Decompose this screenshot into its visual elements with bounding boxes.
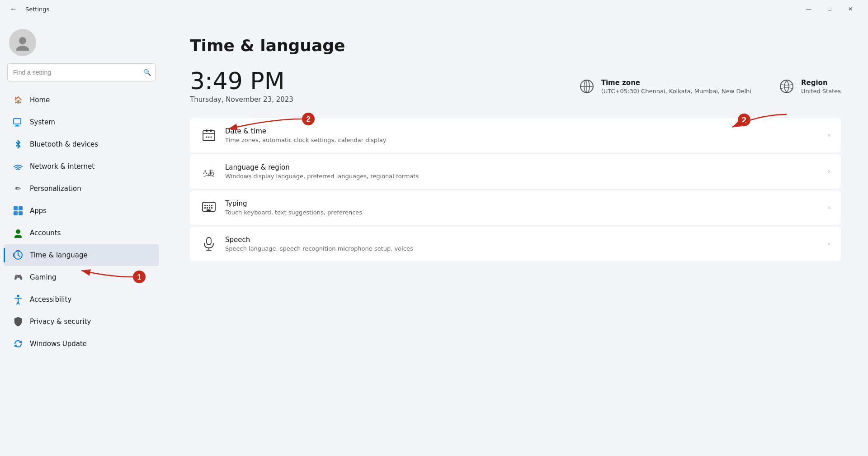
sidebar-item-label: Personalization [30, 185, 81, 193]
svg-point-10 [16, 229, 20, 234]
gaming-icon: 🎮 [13, 272, 24, 283]
personalization-icon: ✏️ [13, 183, 24, 194]
language-desc: Windows display language, preferred lang… [225, 173, 820, 180]
titlebar: ← Settings — □ ✕ [0, 0, 868, 18]
update-icon [13, 338, 24, 349]
svg-line-14 [18, 255, 20, 256]
region-text: Region United States [801, 79, 841, 95]
sidebar-item-label: Network & internet [30, 162, 94, 171]
svg-rect-33 [207, 205, 208, 206]
avatar [9, 29, 36, 56]
sidebar-item-label: Home [30, 96, 50, 104]
time-language-icon [13, 250, 24, 261]
timezone-value: (UTC+05:30) Chennai, Kolkata, Mumbai, Ne… [601, 88, 751, 95]
language-text: Language & region Windows display langua… [225, 163, 820, 180]
timezone-icon [579, 78, 595, 95]
search-input[interactable] [7, 63, 156, 81]
typing-icon [201, 200, 217, 216]
svg-point-27 [211, 137, 212, 138]
sidebar-item-personalization[interactable]: ✏️ Personalization [4, 178, 159, 200]
svg-point-11 [14, 235, 22, 238]
sidebar-item-system[interactable]: System [4, 111, 159, 133]
svg-rect-9 [19, 211, 23, 215]
sidebar-item-label: Gaming [30, 273, 57, 281]
svg-rect-32 [204, 205, 206, 206]
svg-rect-40 [207, 209, 211, 211]
svg-rect-34 [209, 205, 210, 206]
region-item: Region United States [778, 78, 841, 95]
sidebar-item-bluetooth[interactable]: Bluetooth & devices [4, 133, 159, 155]
nav-menu: 🏠 Home System B [0, 89, 163, 355]
sidebar-item-privacy[interactable]: Privacy & security [4, 311, 159, 332]
typing-text: Typing Touch keyboard, text suggestions,… [225, 200, 820, 216]
svg-rect-24 [210, 129, 212, 132]
svg-text:あ: あ [208, 169, 215, 176]
settings-item-language[interactable]: A あ Language & region Windows display la… [190, 154, 841, 189]
minimize-button[interactable]: — [798, 2, 819, 16]
region-value: United States [801, 88, 841, 95]
window-controls: — □ ✕ [798, 2, 861, 16]
sidebar-item-accessibility[interactable]: Accessibility [4, 289, 159, 310]
date-time-desc: Time zones, automatic clock settings, ca… [225, 137, 820, 143]
maximize-button[interactable]: □ [819, 2, 840, 16]
sidebar-item-time[interactable]: Time & language [4, 244, 159, 266]
profile-section [0, 18, 163, 63]
sidebar-item-accounts[interactable]: Accounts [4, 222, 159, 244]
sidebar-item-home[interactable]: 🏠 Home [4, 89, 159, 111]
svg-rect-35 [211, 205, 212, 206]
privacy-icon [13, 316, 24, 327]
annotation-2: 2 [738, 114, 750, 126]
svg-point-5 [18, 169, 19, 170]
current-time: 3:49 PM [190, 69, 293, 93]
bluetooth-icon [13, 139, 24, 150]
date-time-title: Date & time [225, 127, 820, 135]
svg-rect-39 [211, 207, 212, 209]
svg-text:A: A [203, 168, 208, 175]
svg-point-15 [17, 295, 19, 297]
close-button[interactable]: ✕ [840, 2, 861, 16]
svg-point-1 [16, 46, 29, 51]
sidebar-item-gaming[interactable]: 🎮 Gaming [4, 266, 159, 288]
svg-rect-38 [209, 207, 210, 209]
app-title: Settings [25, 6, 793, 13]
current-date: Thursday, November 23, 2023 [190, 95, 293, 104]
sidebar: 🔍 🏠 Home System [0, 18, 163, 456]
sidebar-item-label: Bluetooth & devices [30, 140, 98, 148]
back-button[interactable]: ← [7, 3, 20, 15]
sidebar-item-network[interactable]: Network & internet [4, 156, 159, 177]
sidebar-item-label: Accounts [30, 229, 61, 237]
sidebar-item-label: Apps [30, 207, 47, 215]
speech-text: Speech Speech language, speech recogniti… [225, 236, 820, 252]
svg-rect-4 [14, 126, 20, 127]
svg-rect-41 [207, 238, 211, 245]
svg-rect-36 [204, 207, 206, 209]
timezone-item: Time zone (UTC+05:30) Chennai, Kolkata, … [579, 78, 751, 95]
settings-list: Date & time Time zones, automatic clock … [190, 118, 841, 261]
timezone-label: Time zone [601, 79, 751, 87]
settings-item-speech[interactable]: Speech Speech language, speech recogniti… [190, 227, 841, 261]
accessibility-icon [13, 294, 24, 305]
svg-rect-7 [19, 206, 23, 210]
badge-2: 2 [738, 114, 750, 126]
sidebar-item-apps[interactable]: Apps [4, 200, 159, 222]
svg-rect-8 [14, 211, 18, 215]
sidebar-item-label: Windows Update [30, 340, 87, 348]
search-box[interactable]: 🔍 [7, 63, 156, 81]
network-icon [13, 161, 24, 172]
typing-title: Typing [225, 200, 820, 208]
svg-point-26 [208, 137, 210, 138]
svg-point-0 [19, 37, 26, 44]
settings-item-typing[interactable]: Typing Touch keyboard, text suggestions,… [190, 190, 841, 225]
accounts-icon [13, 228, 24, 238]
sidebar-item-label: Accessibility [30, 295, 71, 304]
svg-point-20 [780, 80, 793, 93]
system-icon [13, 117, 24, 128]
svg-rect-37 [207, 207, 208, 209]
chevron-right-icon: › [828, 241, 830, 247]
sidebar-item-update[interactable]: Windows Update [4, 333, 159, 355]
main-content: Time & language 3:49 PM Thursday, Novemb… [163, 18, 868, 456]
info-meta: Time zone (UTC+05:30) Chennai, Kolkata, … [579, 78, 841, 95]
svg-rect-21 [203, 131, 215, 141]
chevron-right-icon: › [828, 132, 830, 138]
settings-item-date-time[interactable]: Date & time Time zones, automatic clock … [190, 118, 841, 152]
